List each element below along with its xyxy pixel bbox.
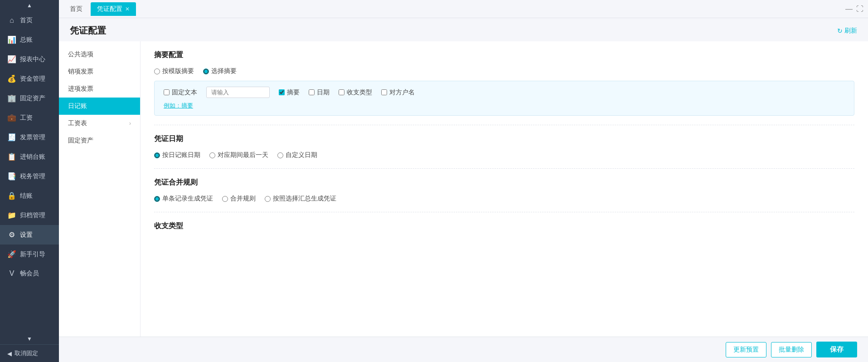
tab-close-icon[interactable]: ✕: [125, 6, 130, 12]
tab-bar-actions: — ⛶: [845, 5, 863, 13]
home-icon: ⌂: [7, 16, 16, 24]
refresh-icon: ↻: [837, 27, 843, 34]
fixed-text-input[interactable]: [206, 87, 270, 98]
archive-icon: 📁: [7, 211, 16, 220]
purchase-icon: 📋: [7, 152, 16, 161]
sidebar-item-reports[interactable]: 📈报表中心: [0, 49, 59, 69]
page-header: 凭证配置 ↻ 刷新: [59, 18, 868, 41]
left-nav-item-public[interactable]: 公共选项: [59, 46, 140, 63]
type-checkbox[interactable]: [339, 89, 344, 95]
summary-select-radio[interactable]: [203, 68, 209, 74]
sidebar-item-payroll[interactable]: 💼工资: [0, 108, 59, 127]
vip-icon: V: [7, 269, 16, 278]
voucher-date-title: 凭证日期: [154, 134, 854, 144]
sidebar-item-label: 资金管理: [20, 75, 45, 83]
summary-template-radio[interactable]: [154, 68, 160, 74]
summary-checkbox-label[interactable]: 摘要: [279, 88, 300, 97]
unpin-icon: ◀: [7, 350, 12, 357]
sidebar-item-label: 工资: [20, 114, 33, 122]
date-checkbox-label[interactable]: 日期: [309, 88, 330, 97]
sidebar: ▲ ⌂首页📊总账📈报表中心💰资金管理🏢固定资产💼工资🧾发票管理📋进销台账📑税务管…: [0, 0, 59, 362]
sidebar-item-label: 结账: [20, 192, 33, 200]
single-record-label[interactable]: 单条记录生成凭证: [154, 195, 213, 203]
sidebar-item-settings[interactable]: ⚙设置: [0, 225, 59, 245]
funds-icon: 💰: [7, 74, 16, 83]
sidebar-item-label: 发票管理: [20, 133, 45, 142]
fixed-text-checkbox[interactable]: [164, 89, 170, 95]
tax-icon: 📑: [7, 172, 16, 181]
period-last-radio[interactable]: [209, 152, 215, 158]
guide-icon: 🚀: [7, 250, 16, 259]
sidebar-item-label: 固定资产: [20, 94, 45, 103]
sidebar-item-close[interactable]: 🔒结账: [0, 186, 59, 205]
date-checkbox[interactable]: [309, 89, 315, 95]
payroll-icon: 💼: [7, 113, 16, 122]
sidebar-item-ledger[interactable]: 📊总账: [0, 30, 59, 49]
sidebar-item-label: 报表中心: [20, 55, 45, 64]
tab-action-maximize[interactable]: ⛶: [856, 5, 863, 13]
example-text: 例如：摘要: [164, 102, 845, 110]
sidebar-item-label: 设置: [20, 231, 33, 239]
period-last-label[interactable]: 对应期间最后一天: [209, 151, 268, 159]
sidebar-item-label: 首页: [20, 16, 33, 24]
sidebar-item-guide[interactable]: 🚀新手引导: [0, 245, 59, 264]
tab-bar: 首页 凭证配置 ✕ — ⛶: [59, 0, 868, 18]
select-merge-label[interactable]: 按照选择汇总生成凭证: [265, 195, 336, 203]
bottom-bar: 更新预置 批量删除 保存: [59, 337, 868, 362]
update-preset-button[interactable]: 更新预置: [726, 342, 766, 357]
summary-template-label[interactable]: 按模版摘要: [154, 67, 194, 75]
sidebar-item-label: 归档管理: [20, 211, 45, 220]
left-nav: 公共选项销项发票进项发票日记账工资表›固定资产: [59, 41, 141, 337]
sidebar-item-archive[interactable]: 📁归档管理: [0, 205, 59, 225]
left-nav-item-sales[interactable]: 销项发票: [59, 63, 140, 80]
merge-rule-label[interactable]: 合并规则: [222, 195, 256, 203]
sidebar-item-label: 新手引导: [20, 250, 45, 259]
sidebar-unpin-button[interactable]: ◀ 取消固定: [0, 344, 59, 362]
summary-checkbox-row: 固定文本 摘要 日期: [164, 87, 845, 98]
left-nav-item-purchase[interactable]: 进项发票: [59, 80, 140, 98]
sidebar-item-assets[interactable]: 🏢固定资产: [0, 88, 59, 108]
summary-config-section: 摘要配置 按模版摘要 选择摘要: [154, 50, 854, 116]
divider-2: [154, 168, 854, 169]
save-button[interactable]: 保存: [816, 342, 857, 357]
sidebar-scroll-up[interactable]: ▲: [0, 0, 59, 11]
sidebar-item-tax[interactable]: 📑税务管理: [0, 166, 59, 186]
sidebar-items: ⌂首页📊总账📈报表中心💰资金管理🏢固定资产💼工资🧾发票管理📋进销台账📑税务管理🔒…: [0, 11, 59, 333]
journal-date-radio[interactable]: [154, 152, 160, 158]
left-nav-label: 公共选项: [68, 50, 93, 59]
tab-action-minimize[interactable]: —: [845, 5, 853, 13]
left-nav-item-salary[interactable]: 工资表›: [59, 115, 140, 132]
sidebar-item-funds[interactable]: 💰资金管理: [0, 69, 59, 88]
custom-date-label[interactable]: 自定义日期: [277, 151, 317, 159]
batch-delete-button[interactable]: 批量删除: [771, 342, 812, 357]
custom-date-radio[interactable]: [277, 152, 283, 158]
left-nav-item-fixed[interactable]: 固定资产: [59, 132, 140, 149]
sidebar-item-label: 进销台账: [20, 153, 45, 161]
sidebar-item-invoices[interactable]: 🧾发票管理: [0, 127, 59, 147]
select-merge-radio[interactable]: [265, 196, 271, 202]
sidebar-scroll-down[interactable]: ▼: [0, 333, 59, 344]
journal-date-label[interactable]: 按日记账日期: [154, 151, 200, 159]
sidebar-item-vip[interactable]: V畅会员: [0, 264, 59, 283]
summary-checkbox[interactable]: [279, 89, 285, 95]
counterpart-checkbox[interactable]: [381, 89, 387, 95]
layout: 公共选项销项发票进项发票日记账工资表›固定资产 摘要配置 按模版摘要 选择摘要: [59, 41, 868, 337]
fixed-text-checkbox-label[interactable]: 固定文本: [164, 88, 197, 97]
summary-select-label[interactable]: 选择摘要: [203, 67, 237, 75]
close-icon: 🔒: [7, 191, 16, 200]
tab-voucher-config[interactable]: 凭证配置 ✕: [91, 2, 136, 16]
income-expense-section: 收支类型: [154, 221, 854, 231]
voucher-date-option-row: 按日记账日期 对应期间最后一天 自定义日期: [154, 151, 854, 159]
right-content: 摘要配置 按模版摘要 选择摘要: [141, 41, 868, 337]
refresh-button[interactable]: ↻ 刷新: [837, 27, 857, 35]
left-nav-item-journal[interactable]: 日记账: [59, 98, 140, 115]
divider-3: [154, 212, 854, 212]
sidebar-item-home[interactable]: ⌂首页: [0, 11, 59, 30]
sidebar-item-purchase[interactable]: 📋进销台账: [0, 147, 59, 166]
left-nav-label: 进项发票: [68, 85, 93, 93]
merge-rule-radio[interactable]: [222, 196, 228, 202]
single-record-radio[interactable]: [154, 196, 160, 202]
counterpart-checkbox-label[interactable]: 对方户名: [381, 88, 415, 97]
tab-home[interactable]: 首页: [63, 2, 89, 16]
type-checkbox-label[interactable]: 收支类型: [339, 88, 372, 97]
